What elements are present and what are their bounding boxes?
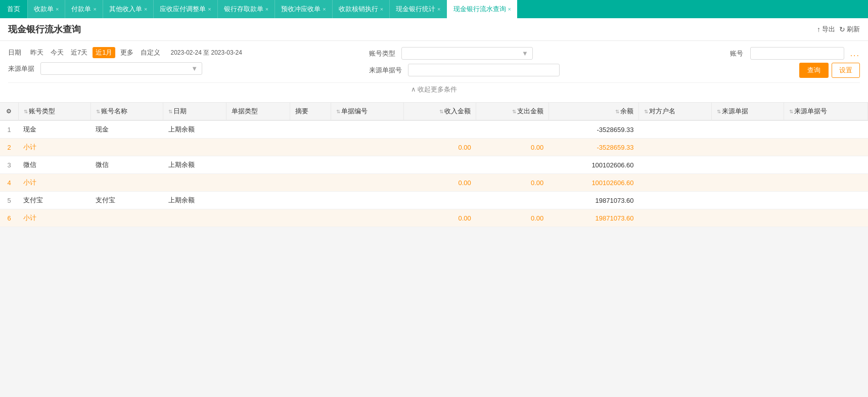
export-button[interactable]: ↑ 导出: [817, 25, 835, 34]
account-type-cell: 小计: [18, 209, 90, 227]
date-cell: [163, 139, 226, 156]
doc-type-cell: [226, 139, 290, 156]
table-row: 5支付宝支付宝上期余额19871073.60: [0, 192, 868, 209]
tab-tongji[interactable]: 现金银行统计 ×: [389, 0, 446, 18]
income-cell: 0.00: [403, 209, 476, 227]
source-doc-num-row: 来源单据号: [369, 64, 722, 76]
doc-num-cell: [331, 174, 403, 192]
summary-cell: [290, 120, 331, 139]
source-doc-num-cell: [784, 139, 867, 156]
tab-close-yushou[interactable]: ×: [323, 6, 326, 12]
account-input[interactable]: [750, 47, 844, 60]
collapse-bar[interactable]: ∧ 收起更多条件: [8, 82, 860, 96]
col-summary[interactable]: 摘要: [290, 103, 331, 120]
account-type-select[interactable]: ▼: [401, 47, 533, 60]
col-account-type[interactable]: ⇅账号类型: [18, 103, 90, 120]
summary-cell: [290, 174, 331, 192]
expense-cell: [476, 192, 549, 209]
counterpart-cell: [639, 139, 711, 156]
col-account-name[interactable]: ⇅账号名称: [90, 103, 163, 120]
source-doc-num-cell: [784, 209, 867, 227]
source-doc-cell: [711, 120, 784, 139]
account-type-row: 账号类型 ▼: [369, 47, 722, 60]
doc-type-cell: [226, 156, 290, 174]
tab-shoukuan[interactable]: 收款单 ×: [27, 0, 65, 18]
date-cell: 上期余额: [163, 192, 226, 209]
table-row: 6小计0.000.0019871073.60: [0, 209, 868, 227]
refresh-button[interactable]: ↻ 刷新: [839, 25, 860, 34]
account-type-cell: 支付宝: [18, 192, 90, 209]
page-title: 现金银行流水查询: [8, 23, 81, 35]
counterpart-cell: [639, 192, 711, 209]
source-doc-num-label: 来源单据号: [369, 66, 402, 75]
home-button[interactable]: 首页: [0, 0, 27, 18]
col-source-doc-num[interactable]: ⇅来源单据号: [784, 103, 867, 120]
tab-close-yinhang[interactable]: ×: [265, 6, 268, 12]
query-button[interactable]: 查询: [799, 63, 829, 78]
summary-cell: [290, 156, 331, 174]
tab-hexiao[interactable]: 收款核销执行 ×: [332, 0, 389, 18]
source-doc-select[interactable]: ▼: [40, 62, 202, 75]
table-row: 4小计0.000.00100102606.60: [0, 174, 868, 192]
account-type-cell: 小计: [18, 174, 90, 192]
date-label: 日期: [8, 48, 22, 57]
col-date[interactable]: ⇅日期: [163, 103, 226, 120]
table-container: ⚙ ⇅账号类型 ⇅账号名称 ⇅日期 单据类型 摘要 ⇅单据编号 ⇅收入金额 ⇅支…: [0, 103, 868, 227]
tab-close-fukuan[interactable]: ×: [93, 6, 96, 12]
tab-qita[interactable]: 其他收入单 ×: [103, 0, 153, 18]
tab-tiaozhendan[interactable]: 应收应付调整单 ×: [153, 0, 217, 18]
doc-num-cell: [331, 156, 403, 174]
col-doc-num[interactable]: ⇅单据编号: [331, 103, 403, 120]
tab-yinhang[interactable]: 银行存取款单 ×: [217, 0, 275, 18]
date-btn-yesterday[interactable]: 昨天: [28, 47, 45, 58]
account-type-cell: 微信: [18, 156, 90, 174]
filter-area: 日期 昨天 今天 近7天 近1月 更多 自定义 2023-02-24 至 202…: [0, 41, 868, 103]
balance-cell: 100102606.60: [549, 156, 638, 174]
refresh-icon: ↻: [839, 25, 845, 33]
table-row: 2小计0.000.00-3528659.33: [0, 139, 868, 156]
balance-cell: 100102606.60: [549, 174, 638, 192]
income-cell: [403, 192, 476, 209]
table-header-row: ⚙ ⇅账号类型 ⇅账号名称 ⇅日期 单据类型 摘要 ⇅单据编号 ⇅收入金额 ⇅支…: [0, 103, 868, 120]
date-btn-today[interactable]: 今天: [49, 47, 66, 58]
tab-close-tongji[interactable]: ×: [437, 6, 440, 12]
source-doc-num-input[interactable]: [408, 64, 560, 76]
col-doc-type[interactable]: 单据类型: [226, 103, 290, 120]
collapse-icon: ∧: [411, 85, 416, 93]
account-more-button[interactable]: ...: [850, 49, 860, 58]
doc-type-cell: [226, 120, 290, 139]
account-name-cell: [90, 209, 163, 227]
row-num: 6: [0, 209, 18, 227]
date-btn-custom[interactable]: 自定义: [139, 47, 162, 58]
date-btn-1month[interactable]: 近1月: [93, 47, 115, 58]
col-income[interactable]: ⇅收入金额: [403, 103, 476, 120]
table-row: 3微信微信上期余额100102606.60: [0, 156, 868, 174]
source-doc-cell: [711, 174, 784, 192]
col-balance[interactable]: ⇅余额: [549, 103, 638, 120]
doc-type-cell: [226, 192, 290, 209]
account-label: 账号: [730, 49, 744, 58]
income-cell: [403, 156, 476, 174]
tab-close-hexiao[interactable]: ×: [380, 6, 383, 12]
col-expense[interactable]: ⇅支出金额: [476, 103, 549, 120]
doc-num-cell: [331, 120, 403, 139]
source-doc-num-cell: [784, 192, 867, 209]
tab-yushou[interactable]: 预收冲应收单 ×: [275, 0, 332, 18]
tab-close-tiaozhendan[interactable]: ×: [208, 6, 211, 12]
col-counterpart[interactable]: ⇅对方户名: [639, 103, 711, 120]
balance-cell: 19871073.60: [549, 209, 638, 227]
tab-close-shoukuan[interactable]: ×: [56, 6, 59, 12]
row-num: 5: [0, 192, 18, 209]
tab-close-liushui[interactable]: ×: [508, 6, 511, 12]
date-btn-7days[interactable]: 近7天: [69, 47, 89, 58]
account-type-cell: 现金: [18, 120, 90, 139]
settings-button[interactable]: 设置: [832, 63, 860, 78]
top-nav: 首页 收款单 × 付款单 × 其他收入单 × 应收应付调整单 × 银行存取款单 …: [0, 0, 868, 18]
date-btn-more[interactable]: 更多: [118, 47, 135, 58]
tab-fukuan[interactable]: 付款单 ×: [65, 0, 102, 18]
tab-liushui[interactable]: 现金银行流水查询 ×: [447, 0, 517, 18]
date-cell: 上期余额: [163, 120, 226, 139]
col-settings[interactable]: ⚙: [0, 103, 18, 120]
col-source-doc[interactable]: ⇅来源单据: [711, 103, 784, 120]
tab-close-qita[interactable]: ×: [144, 6, 147, 12]
